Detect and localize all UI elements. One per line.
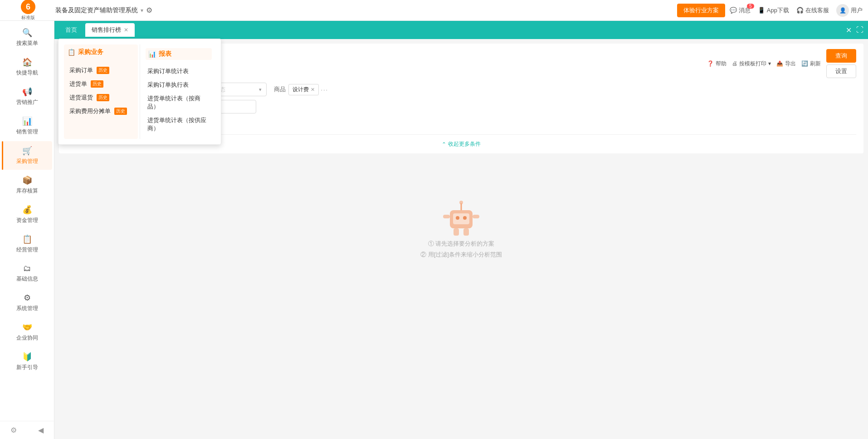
sidebar-collapse-icon[interactable]: ◀ xyxy=(38,426,44,434)
industry-btn[interactable]: 体验行业方案 xyxy=(677,4,725,17)
sidebar-bottom: ⚙ ◀ xyxy=(0,421,54,439)
tab-sales-ranking[interactable]: 销售排行榜 ✕ xyxy=(85,23,135,37)
svg-point-5 xyxy=(459,201,463,204)
sidebar-item-marketing[interactable]: 📢 营销推广 xyxy=(2,82,52,111)
tab-expand-icon[interactable]: ⛶ xyxy=(856,26,863,35)
messages-badge: 5 xyxy=(747,4,754,9)
print-btn[interactable]: 🖨 按模板打印 ▾ xyxy=(732,60,771,68)
sidebar-item-system[interactable]: ⚙ 系统管理 xyxy=(2,288,52,317)
tab-bar: 首页 销售排行榜 ✕ ✕ ⛶ xyxy=(54,21,868,39)
goods-more-dots[interactable]: ··· xyxy=(321,86,328,93)
menu-section-purchase-title: 📋 采购业务 xyxy=(68,48,134,59)
search-icon: 🔍 xyxy=(22,28,32,38)
online-service-btn[interactable]: 🎧 在线客服 xyxy=(796,6,829,15)
svg-rect-6 xyxy=(443,215,450,218)
avatar: 👤 xyxy=(836,4,849,17)
history-badge-2: 历史 xyxy=(97,94,109,101)
sidebar-item-search[interactable]: 🔍 搜索菜单 xyxy=(2,23,52,52)
history-badge-0: 历史 xyxy=(97,67,109,74)
menu-item-incoming[interactable]: 进货单 历史 xyxy=(68,77,134,91)
sidebar-item-finance[interactable]: 💰 资金管理 xyxy=(2,200,52,229)
sidebar-item-cooperation[interactable]: 🤝 企业协同 xyxy=(2,318,52,346)
sidebar-item-basic[interactable]: 🗂 基础信息 xyxy=(2,259,52,287)
cooperation-icon: 🤝 xyxy=(22,322,32,332)
finance-icon: 💰 xyxy=(22,205,32,215)
tab-close-all-icon[interactable]: ✕ xyxy=(846,26,852,35)
phone-icon: 📱 xyxy=(758,7,765,14)
sidebar-settings-icon[interactable]: ⚙ xyxy=(10,426,17,434)
sidebar-item-inventory[interactable]: 📦 库存核算 xyxy=(2,171,52,199)
refresh-btn[interactable]: 🔄 刷新 xyxy=(801,60,821,68)
menu-item-purchase-order[interactable]: 采购订单 历史 xyxy=(68,64,134,77)
sidebar-item-operations[interactable]: 📋 经营管理 xyxy=(2,230,52,258)
doc-status-arrow: ▾ xyxy=(259,87,262,93)
menu-item-po-stats[interactable]: 采购订单统计表 xyxy=(146,64,212,78)
tag-close-icon[interactable]: ✕ xyxy=(311,87,315,93)
guide-icon: 🔰 xyxy=(22,352,32,362)
collapse-btn[interactable]: ⌃ 收起更多条件 xyxy=(442,140,481,148)
robot-svg xyxy=(439,194,484,240)
basic-icon: 🗂 xyxy=(23,264,31,273)
menu-section-divider xyxy=(140,44,140,139)
sidebar-item-sales[interactable]: 📊 销售管理 xyxy=(2,112,52,140)
menu-item-purchase-expense[interactable]: 采购费用分摊单 历史 xyxy=(68,104,134,118)
purchase-biz-icon: 📋 xyxy=(68,49,75,56)
system-title: 装备及固定资产辅助管理系统 ▾ ⚙ xyxy=(55,6,673,15)
messages-btn[interactable]: 💬 消息 5 xyxy=(730,6,751,15)
user-btn[interactable]: 👤 用户 xyxy=(836,4,863,17)
refresh-icon: 🔄 xyxy=(801,60,808,67)
settings-btn[interactable]: 设置 xyxy=(826,64,856,78)
reports-icon: 📊 xyxy=(148,50,156,58)
message-icon: 💬 xyxy=(730,7,737,14)
svg-point-2 xyxy=(456,216,459,220)
title-dropdown-arrow[interactable]: ▾ xyxy=(141,7,143,14)
export-icon: 📤 xyxy=(776,60,783,67)
sidebar: 🔍 搜索菜单 🏠 快捷导航 📢 营销推广 📊 销售管理 🛒 采购管理 📦 库存核… xyxy=(0,21,54,439)
menu-item-incoming-return[interactable]: 进货退货 历史 xyxy=(68,91,134,104)
svg-rect-7 xyxy=(473,215,479,218)
operations-icon: 📋 xyxy=(22,234,32,244)
menu-section-reports: 📊 报表 采购订单统计表 采购订单执行表 进货单统计表（按商品） 进货单统计表（… xyxy=(142,44,216,139)
headset-icon: 🎧 xyxy=(796,7,804,14)
tab-close-icon[interactable]: ✕ xyxy=(124,27,128,33)
logo-text: 标准版 xyxy=(21,15,35,21)
history-badge-3: 历史 xyxy=(114,108,127,115)
menu-item-po-exec[interactable]: 采购订单执行表 xyxy=(146,78,212,92)
tab-bar-actions: ✕ ⛶ xyxy=(846,26,863,35)
tab-home[interactable]: 首页 xyxy=(59,23,83,37)
app-download-btn[interactable]: 📱 App下载 xyxy=(758,6,789,15)
sidebar-item-purchase[interactable]: 🛒 采购管理 xyxy=(2,141,52,170)
export-btn[interactable]: 📤 导出 xyxy=(776,60,796,68)
print-arrow-icon: ▾ xyxy=(768,60,771,67)
logo-icon: 6 xyxy=(21,0,35,14)
goods-filter-group: 商品 设计费 ✕ ··· xyxy=(274,84,328,95)
svg-rect-9 xyxy=(463,228,469,236)
menu-item-incoming-stats-supplier[interactable]: 进货单统计表（按供应商） xyxy=(146,113,212,135)
collapse-icon: ⌃ xyxy=(442,141,446,148)
top-right: 💬 消息 5 📱 App下载 🎧 在线客服 👤 用户 xyxy=(730,4,863,17)
goods-tag-1: 设计费 ✕ xyxy=(288,84,319,95)
history-badge-1: 历史 xyxy=(91,80,103,88)
menu-item-incoming-stats-goods[interactable]: 进货单统计表（按商品） xyxy=(146,92,212,113)
goods-tags: 设计费 ✕ ··· xyxy=(288,84,328,95)
empty-tip-1: ① 请先选择要分析的方案 xyxy=(428,240,495,248)
marketing-icon: 📢 xyxy=(22,87,32,97)
menu-section-purchase: 📋 采购业务 采购订单 历史 进货单 历史 进货退货 历史 采购费用分摊单 历史 xyxy=(64,44,138,139)
svg-point-3 xyxy=(463,216,467,220)
top-bar: 6 标准版 装备及固定资产辅助管理系统 ▾ ⚙ 体验行业方案 💬 消息 5 📱 … xyxy=(0,0,868,21)
sales-icon: 📊 xyxy=(22,116,32,126)
system-title-text: 装备及固定资产辅助管理系统 xyxy=(55,6,138,15)
svg-rect-1 xyxy=(453,213,469,224)
sidebar-item-guide[interactable]: 🔰 新手引导 xyxy=(2,347,52,376)
menu-section-reports-title: 📊 报表 xyxy=(146,48,212,60)
help-btn[interactable]: ❓ 帮助 xyxy=(707,60,727,68)
system-settings-icon[interactable]: ⚙ xyxy=(146,6,152,15)
goods-label: 商品 xyxy=(274,85,286,94)
inventory-icon: 📦 xyxy=(22,175,32,185)
purchase-dropdown-menu: 📋 采购业务 采购订单 历史 进货单 历史 进货退货 历史 采购费用分摊单 历史… xyxy=(58,39,221,145)
sidebar-item-quick[interactable]: 🏠 快捷导航 xyxy=(2,53,52,81)
query-btn[interactable]: 查询 xyxy=(826,49,856,63)
empty-tip-2: ② 用[过滤]条件来缩小分析范围 xyxy=(420,251,502,259)
empty-state: ① 请先选择要分析的方案 ② 用[过滤]条件来缩小分析范围 xyxy=(59,158,863,298)
purchase-icon: 🛒 xyxy=(22,146,32,156)
